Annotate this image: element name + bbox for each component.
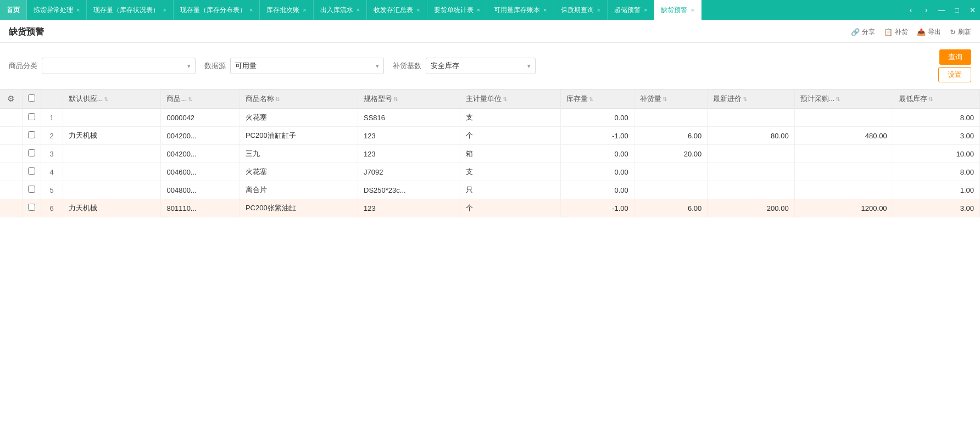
row-checkbox-1[interactable] [28, 131, 35, 138]
tab-item-1[interactable]: 拣货异常处理× [27, 0, 87, 20]
row-checkbox-cell-3 [22, 163, 41, 181]
tab-restore-button[interactable]: □ [949, 0, 965, 20]
row-checkbox-5[interactable] [28, 204, 35, 211]
col-spec[interactable]: 规格型号⇅ [358, 89, 460, 109]
row-replenish-2: 20.00 [634, 145, 708, 163]
row-spec-2: 123 [358, 145, 460, 163]
col-replenish[interactable]: 补货量⇅ [634, 89, 708, 109]
row-unit-5: 个 [460, 199, 561, 217]
tab-close-1[interactable]: × [76, 7, 80, 13]
tab-close-2[interactable]: × [163, 7, 166, 13]
row-forecast-0 [794, 109, 893, 127]
tab-close-button[interactable]: ✕ [965, 0, 980, 20]
export-action[interactable]: 📤 导出 [917, 27, 941, 37]
replenish-label: 补货 [895, 27, 908, 37]
tab-item-6[interactable]: 收发存汇总表× [367, 0, 427, 20]
row-min-stock-0: 8.00 [893, 109, 979, 127]
select-all-checkbox[interactable] [28, 94, 35, 102]
col-supplier[interactable]: 默认供应...⇅ [63, 89, 161, 109]
tab-close-3[interactable]: × [249, 7, 253, 13]
row-index-4: 5 [41, 181, 63, 199]
table-row: 6 力天机械 801110... PC200张紧油缸 123 个 -1.00 6… [0, 199, 980, 217]
row-checkbox-2[interactable] [28, 149, 35, 156]
tab-close-8[interactable]: × [543, 7, 547, 13]
datasource-select[interactable]: 可用量 ▾ [230, 58, 384, 74]
share-icon: 🔗 [851, 28, 860, 36]
row-spec-4: DS250*23c... [358, 181, 460, 199]
row-latest-price-1: 80.00 [708, 127, 794, 145]
row-checkbox-3[interactable] [28, 167, 35, 175]
table-row: 4 004600... 火花塞 J7092 支 0.00 8.00 [0, 163, 980, 181]
replenish-action[interactable]: 📋 补货 [884, 27, 908, 37]
col-stock[interactable]: 库存量⇅ [561, 89, 634, 109]
tab-item-9[interactable]: 保质期查询× [554, 0, 608, 20]
row-unit-3: 支 [460, 163, 561, 181]
category-select[interactable]: ▾ [42, 58, 196, 74]
tab-close-9[interactable]: × [597, 7, 600, 13]
refresh-action[interactable]: ↻ 刷新 [950, 27, 971, 37]
table-row: 2 力天机械 004200... PC200油缸缸子 123 个 -1.00 6… [0, 127, 980, 145]
tab-item-10[interactable]: 超储预警× [608, 0, 654, 20]
replenish-base-select[interactable]: 安全库存 ▾ [426, 58, 536, 74]
row-checkbox-0[interactable] [28, 113, 35, 120]
page-container: 缺货预警 🔗 分享 📋 补货 📤 导出 ↻ 刷新 商品分类 [0, 20, 980, 437]
row-latest-price-3 [708, 163, 794, 181]
row-checkbox-cell-2 [22, 145, 41, 163]
tab-item-11[interactable]: 缺货预警× [654, 0, 701, 20]
col-unit[interactable]: 主计量单位⇅ [460, 89, 561, 109]
col-forecast[interactable]: 预计采购...⇅ [794, 89, 893, 109]
sort-supplier-icon: ⇅ [104, 96, 108, 102]
sort-price-icon: ⇅ [743, 96, 747, 102]
col-code[interactable]: 商品...⇅ [161, 89, 240, 109]
col-name[interactable]: 商品名称⇅ [240, 89, 358, 109]
gear-settings-icon[interactable]: ⚙ [7, 94, 14, 103]
row-min-stock-3: 8.00 [893, 163, 979, 181]
export-icon: 📤 [917, 28, 926, 36]
row-forecast-3 [794, 163, 893, 181]
datasource-value: 可用量 [235, 61, 257, 71]
row-checkbox-4[interactable] [28, 186, 35, 193]
tab-close-4[interactable]: × [303, 7, 306, 13]
row-min-stock-4: 1.00 [893, 181, 979, 199]
row-code-3: 004600... [161, 163, 240, 181]
table-row: 3 004200... 三九 123 箱 0.00 20.00 10.00 [0, 145, 980, 163]
col-gear[interactable]: ⚙ [0, 89, 22, 109]
row-min-stock-2: 10.00 [893, 145, 979, 163]
tab-item-7[interactable]: 要货单统计表× [427, 0, 487, 20]
col-latest-price[interactable]: 最新进价⇅ [708, 89, 794, 109]
row-code-2: 004200... [161, 145, 240, 163]
tab-item-5[interactable]: 出入库流水× [314, 0, 367, 20]
row-latest-price-0 [708, 109, 794, 127]
tab-item-3[interactable]: 现存量（库存分布表）× [174, 0, 260, 20]
col-checkbox [22, 89, 41, 109]
tab-item-0[interactable]: 首页 [0, 0, 27, 20]
sort-stock-icon: ⇅ [589, 96, 593, 102]
setting-button[interactable]: 设置 [938, 67, 971, 82]
replenish-icon: 📋 [884, 28, 893, 36]
tab-minimize-button[interactable]: — [934, 0, 949, 20]
row-name-0: 火花塞 [240, 109, 358, 127]
row-spec-3: J7092 [358, 163, 460, 181]
tab-item-8[interactable]: 可用量库存账本× [487, 0, 554, 20]
col-min-stock[interactable]: 最低库存⇅ [893, 89, 979, 109]
row-unit-0: 支 [460, 109, 561, 127]
row-code-4: 004800... [161, 181, 240, 199]
tab-close-10[interactable]: × [644, 7, 647, 13]
tab-close-11[interactable]: × [691, 7, 694, 13]
sort-code-icon: ⇅ [188, 96, 192, 102]
tab-close-7[interactable]: × [477, 7, 480, 13]
tab-prev-button[interactable]: ‹ [903, 0, 918, 20]
tab-item-4[interactable]: 库存批次账× [260, 0, 313, 20]
row-index-5: 6 [41, 199, 63, 217]
datasource-filter-group: 数据源 可用量 ▾ [204, 58, 384, 74]
row-name-4: 离合片 [240, 181, 358, 199]
share-action[interactable]: 🔗 分享 [851, 27, 875, 37]
tab-close-6[interactable]: × [416, 7, 420, 13]
tab-item-2[interactable]: 现存量（库存状况表）× [87, 0, 173, 20]
sort-min-stock-icon: ⇅ [928, 96, 933, 102]
row-gear-1 [0, 127, 22, 145]
tab-next-button[interactable]: › [918, 0, 934, 20]
replenish-base-label: 补货基数 [393, 61, 421, 71]
tab-close-5[interactable]: × [357, 7, 360, 13]
query-button[interactable]: 查询 [939, 49, 971, 65]
